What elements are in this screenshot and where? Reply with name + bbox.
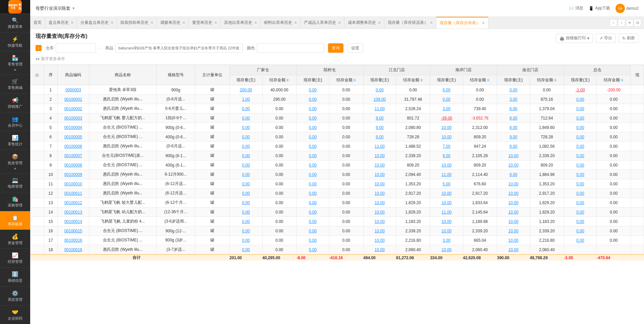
- cell-total-qty[interactable]: 0.00: [564, 123, 597, 132]
- cell-yubei-qty[interactable]: 10.00: [497, 151, 530, 160]
- cell-yubei-qty[interactable]: 9.00: [497, 132, 530, 142]
- color-input[interactable]: [257, 43, 324, 53]
- cell-jiangbei-qty[interactable]: 10.00: [363, 189, 396, 198]
- cell-mocun-qty[interactable]: 0.00: [297, 207, 329, 217]
- cell-nanan-qty[interactable]: 10.00: [430, 123, 463, 132]
- cell-mocun-qty[interactable]: 0.00: [297, 160, 329, 170]
- cell-nanan-qty[interactable]: 10.00: [430, 226, 463, 236]
- cell-yubei-qty[interactable]: 9.00: [497, 170, 530, 179]
- cell-jiangbei-qty[interactable]: 10.00: [363, 245, 396, 255]
- cell-changjiacao-qty[interactable]: 0.00: [229, 236, 262, 245]
- cell-yubei-qty[interactable]: 10.00: [497, 207, 530, 217]
- cell-nanan-qty[interactable]: 5.00: [430, 179, 463, 189]
- cell-changjiacao-qty[interactable]: 200.00: [229, 85, 262, 95]
- cell-total-qty[interactable]: 0.00: [564, 198, 597, 207]
- sidebar-item-8[interactable]: 💻 电商管理: [0, 174, 30, 192]
- product-input[interactable]: [115, 43, 243, 53]
- tab-close-11[interactable]: ✕: [482, 21, 485, 25]
- cell-jiangbei-qty[interactable]: 9.00: [363, 113, 396, 123]
- tab-item-1[interactable]: 盘点单历史✕: [45, 17, 77, 29]
- cell-jiangbei-qty[interactable]: 10.00: [363, 207, 396, 217]
- cell-total-qty[interactable]: 0.00: [564, 113, 597, 123]
- sidebar-item-1[interactable]: ⚡ 快捷导航: [0, 33, 30, 51]
- settings-btn[interactable]: 设置: [347, 43, 363, 53]
- cell-changjiacao-qty[interactable]: 0.00: [229, 198, 262, 207]
- cell-changjiacao-qty[interactable]: 0.00: [229, 160, 262, 170]
- tab-item-10[interactable]: 现存量（库存状况表）✕: [384, 17, 436, 29]
- cell-jiangbei-qty[interactable]: 0.00: [363, 85, 396, 95]
- cell-total-qty[interactable]: 0.00: [564, 142, 597, 151]
- cell-nanan-qty[interactable]: 0.00: [430, 85, 463, 95]
- cell-yubei-qty[interactable]: 10.00: [497, 245, 530, 255]
- warehouse-input[interactable]: [56, 43, 96, 53]
- cell-jiangbei-qty[interactable]: 10.00: [363, 198, 396, 207]
- cell-nanan-qty[interactable]: 10.00: [430, 217, 463, 226]
- tab-item-5[interactable]: 要货单历史✕: [189, 17, 221, 29]
- tab-item-6[interactable]: 其他出库单历史✕: [221, 17, 261, 29]
- sidebar-item-11[interactable]: 💰 资金管理: [0, 230, 30, 249]
- cell-mocun-qty[interactable]: 0.00: [297, 245, 329, 255]
- tab-close-1[interactable]: ✕: [71, 21, 73, 25]
- sidebar-item-10[interactable]: 📋 库存核算: [0, 211, 30, 230]
- tab-scroll-left[interactable]: ‹: [610, 19, 617, 27]
- cell-mocun-qty[interactable]: 0.00: [297, 179, 329, 189]
- cell-changjiacao-qty[interactable]: 0.00: [229, 113, 262, 123]
- cell-jiangbei-qty[interactable]: 10.00: [363, 226, 396, 236]
- cell-yubei-qty[interactable]: 8.00: [497, 113, 530, 123]
- cell-code[interactable]: 00100003: [57, 113, 89, 123]
- tab-item-3[interactable]: 组装拆卸单历史✕: [117, 17, 157, 29]
- cell-mocun-qty[interactable]: 0.00: [297, 198, 329, 207]
- tab-item-7[interactable]: 材料出库单历史✕: [261, 17, 301, 29]
- cell-changjiacao-qty[interactable]: 0.00: [229, 104, 262, 113]
- cell-yubei-qty[interactable]: 8.00: [497, 123, 530, 132]
- cell-total-qty[interactable]: 0.00: [564, 132, 597, 142]
- tab-item-9[interactable]: 成本调整单历史✕: [344, 17, 384, 29]
- cell-total-qty[interactable]: 0.00: [564, 226, 597, 236]
- cell-nanan-qty[interactable]: 3.00: [430, 236, 463, 245]
- cell-mocun-qty[interactable]: 0.00: [297, 113, 329, 123]
- cell-mocun-qty[interactable]: 0.00: [297, 85, 329, 95]
- cell-yubei-qty[interactable]: 0.00: [497, 85, 530, 95]
- cell-jiangbei-qty[interactable]: 10.00: [363, 160, 396, 170]
- tab-close-3[interactable]: ✕: [151, 21, 153, 25]
- cell-mocun-qty[interactable]: 0.00: [297, 170, 329, 179]
- print-btn[interactable]: 🖨️ 按模板打印 ▾: [556, 34, 593, 43]
- cell-code[interactable]: 00100010: [57, 179, 89, 189]
- tab-scroll-right[interactable]: ›: [618, 19, 625, 27]
- sidebar-item-9[interactable]: 🛍️ 采购管理: [0, 192, 30, 211]
- cell-nanan-qty[interactable]: 3.00: [430, 104, 463, 113]
- tab-close-4[interactable]: ✕: [182, 21, 185, 25]
- sidebar-item-15[interactable]: 🤝 企业协同: [0, 306, 30, 324]
- cell-yubei-qty[interactable]: 10.00: [497, 198, 530, 207]
- tab-close-2[interactable]: ✕: [111, 21, 113, 25]
- tab-item-11[interactable]: 现存量（库存分布表）✕: [436, 17, 488, 29]
- sidebar-item-0[interactable]: 🔍 搜索英单: [0, 14, 30, 33]
- tab-item-2[interactable]: 分量盘点单历史✕: [77, 17, 117, 29]
- cell-code[interactable]: 00100007: [57, 151, 89, 160]
- tab-close-9[interactable]: ✕: [378, 21, 381, 25]
- cell-mocun-qty[interactable]: 0.00: [297, 104, 329, 113]
- cell-yubei-qty[interactable]: 10.00: [497, 217, 530, 226]
- cell-yubei-qty[interactable]: 10.00: [497, 160, 530, 170]
- cell-code[interactable]: 00100005: [57, 132, 89, 142]
- cell-nanan-qty[interactable]: 10.00: [430, 132, 463, 142]
- export-btn[interactable]: ↗ 导出: [596, 34, 616, 43]
- sidebar-item-5[interactable]: 👥 会员中心: [0, 112, 30, 131]
- sidebar-item-3[interactable]: 🛒 零售商城: [0, 75, 30, 94]
- filter-expand-btn[interactable]: ›: [36, 45, 42, 51]
- app-download-btn[interactable]: 📱 App下载: [589, 5, 610, 11]
- cell-changjiacao-qty[interactable]: 0.00: [229, 123, 262, 132]
- cell-nanan-qty[interactable]: 0.00: [430, 95, 463, 104]
- cell-jiangbei-qty[interactable]: 10.00: [363, 170, 396, 179]
- cell-mocun-qty[interactable]: 0.00: [297, 151, 329, 160]
- sidebar-item-7[interactable]: 📦 批发管理 ▲: [0, 150, 30, 173]
- cell-mocun-qty[interactable]: 0.00: [297, 142, 329, 151]
- cell-total-qty[interactable]: 0.00: [564, 179, 597, 189]
- cell-total-qty[interactable]: 0.00: [564, 95, 597, 104]
- cell-changjiacao-qty[interactable]: 0.00: [229, 217, 262, 226]
- cell-nanan-qty[interactable]: 9.00: [430, 151, 463, 160]
- cell-nanan-qty[interactable]: 10.00: [430, 189, 463, 198]
- cell-changjiacao-qty[interactable]: 0.00: [229, 170, 262, 179]
- user-avatar-area[interactable]: Ea demo2: [615, 4, 639, 13]
- cell-code[interactable]: 00100004: [57, 123, 89, 132]
